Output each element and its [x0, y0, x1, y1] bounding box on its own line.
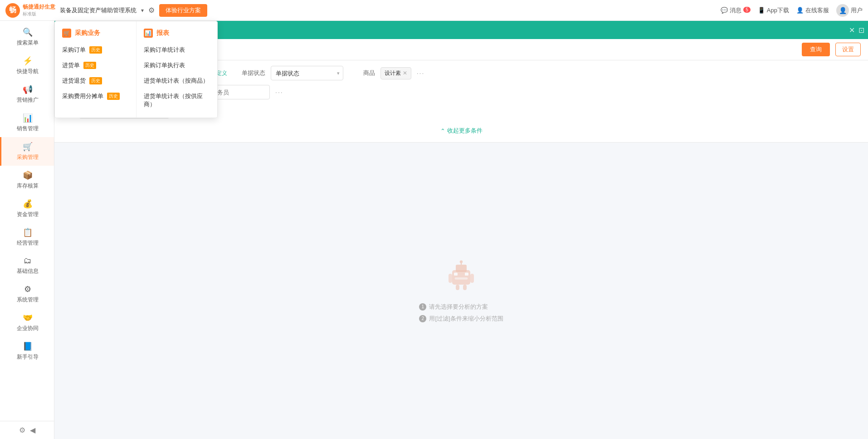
dropdown-item-purchase-return[interactable]: 进货退货 历史 [59, 73, 132, 89]
dropdown-item-purchase-order[interactable]: 采购订单 历史 [59, 42, 132, 58]
collapse-label: 收起更多条件 [447, 127, 483, 135]
tip-text-2: 用[过滤]条件来缩小分析范围 [429, 313, 503, 325]
order-status-wrapper: 单据状态 [271, 66, 343, 80]
sidebar-item-marketing[interactable]: 📢 营销推广 [0, 80, 54, 109]
purchase-cost-label: 采购费用分摊单 [62, 92, 103, 100]
industry-button[interactable]: 体验行业方案 [159, 4, 207, 17]
money-icon: 💰 [23, 199, 33, 209]
order-status-select[interactable]: 单据状态 [271, 66, 343, 80]
tab-restore-button[interactable]: ⊡ [858, 26, 864, 35]
online-service-action[interactable]: 👤 在线客服 [796, 6, 829, 15]
sidebar-item-basic[interactable]: 🗂 基础信息 [0, 252, 54, 280]
sidebar-label-search: 搜索菜单 [17, 39, 39, 47]
order-exec-label: 采购订单执行表 [144, 61, 185, 69]
content-area: 1 请先选择要分析的方案 2 用[过滤]条件来缩小分析范围 [54, 143, 868, 439]
svg-rect-8 [470, 274, 474, 283]
system-dropdown-button[interactable]: ▾ [141, 7, 144, 14]
top-header: 畅 畅捷通好生意 标准版 装备及固定资产辅助管理系统 ▾ ⚙ 体验行业方案 💬 … [0, 0, 868, 21]
sidebar-item-purchase[interactable]: 🛒 采购管理 [0, 137, 54, 166]
dropdown-report-header: 📊 报表 [140, 27, 214, 42]
app-download-label: App下载 [767, 6, 789, 15]
sidebar-item-quick-nav[interactable]: ⚡ 快捷导航 [0, 51, 54, 80]
receipt-stats-supplier-label: 进货单统计表（按供应商） [144, 92, 210, 109]
svg-rect-7 [449, 274, 452, 283]
sidebar-item-sales[interactable]: 📊 销售管理 [0, 109, 54, 137]
header-center: 装备及固定资产辅助管理系统 ▾ ⚙ 体验行业方案 [60, 4, 721, 17]
sidebar-item-operation[interactable]: 📋 经营管理 [0, 223, 54, 252]
sidebar-label-system: 系统管理 [17, 296, 39, 304]
empty-tip-1: 1 请先选择要分析的方案 [419, 301, 503, 313]
sidebar-label-enterprise: 企业协同 [17, 325, 39, 332]
purchase-return-history: 历史 [89, 77, 102, 84]
dropdown-item-purchase-receipt[interactable]: 进货单 历史 [59, 58, 132, 73]
sidebar-item-inventory[interactable]: 📦 库存核算 [0, 166, 54, 194]
purchase-receipt-history: 历史 [83, 62, 96, 69]
settings-button[interactable]: 设置 [835, 43, 861, 56]
sidebar-label-sales: 销售管理 [17, 125, 39, 133]
collapse-button[interactable]: ⌃ 收起更多条件 [62, 123, 861, 137]
dropdown-item-order-exec[interactable]: 采购订单执行表 [140, 58, 214, 73]
order-status-label: 单据状态 [242, 69, 265, 77]
logo-name: 畅捷通好生意 [23, 4, 55, 11]
sidebar-collapse-button[interactable]: ◀ [30, 426, 35, 434]
purchase-col-icon: 🛒 [62, 29, 71, 38]
phone-icon: 📱 [758, 7, 765, 14]
salesperson-dots[interactable]: ··· [275, 89, 283, 96]
message-action[interactable]: 💬 消息 5 [721, 6, 751, 15]
logo-area: 畅 畅捷通好生意 标准版 [5, 3, 60, 18]
dropdown-purchase-header: 🛒 采购业务 [59, 27, 132, 42]
sidebar-settings-button[interactable]: ⚙ [19, 426, 25, 434]
book-icon: 📘 [23, 341, 33, 351]
purchase-order-label: 采购订单 [62, 46, 86, 54]
sidebar-label-operation: 经营管理 [17, 239, 39, 247]
goods-tag-remove[interactable]: ✕ [403, 70, 407, 76]
chevron-up-icon: ⌃ [440, 128, 445, 134]
sidebar-label-quick: 快捷导航 [17, 68, 39, 75]
svg-rect-10 [463, 285, 467, 290]
goods-tag[interactable]: 设计素 ✕ [380, 67, 411, 79]
svg-rect-9 [456, 285, 459, 290]
dropdown-item-receipt-stats-goods[interactable]: 进货单统计表（按商品） [140, 73, 214, 89]
dropdown-item-purchase-cost[interactable]: 采购费用分摊单 历史 [59, 89, 132, 104]
message-badge: 5 [743, 7, 751, 13]
empty-state: 1 请先选择要分析的方案 2 用[过滤]条件来缩小分析范围 [419, 257, 503, 325]
purchase-dropdown-menu: 🛒 采购业务 采购订单 历史 进货单 历史 进货退货 历史 采购费用分摊单 历史… [54, 21, 218, 118]
message-label: 消息 [730, 6, 741, 15]
tab-close-window-button[interactable]: ✕ [849, 26, 855, 35]
sidebar-label-inventory: 库存核算 [17, 182, 39, 190]
svg-rect-4 [454, 272, 458, 275]
purchase-receipt-label: 进货单 [62, 61, 80, 69]
query-button[interactable]: 查询 [802, 43, 830, 56]
sidebar-label-guide: 新手引导 [17, 353, 39, 361]
dropdown-item-receipt-stats-supplier[interactable]: 进货单统计表（按供应商） [140, 89, 214, 112]
header-right: 💬 消息 5 📱 App下载 👤 在线客服 👤 用户 [721, 4, 863, 17]
sidebar-label-purchase: 采购管理 [17, 153, 39, 161]
user-action[interactable]: 👤 用户 [836, 4, 863, 17]
sidebar-label-marketing: 营销推广 [17, 96, 39, 104]
clipboard-icon: 📋 [23, 227, 33, 237]
folder-icon: 🗂 [24, 256, 32, 266]
settings-icon-button[interactable]: ⚙ [148, 6, 155, 15]
user-avatar: 👤 [836, 4, 849, 17]
purchase-order-history: 历史 [89, 46, 102, 54]
sidebar-item-system[interactable]: ⚙ 系统管理 [0, 280, 54, 308]
receipt-stats-goods-label: 进货单统计表（按商品） [144, 77, 209, 85]
gear-icon: ⚙ [24, 284, 31, 294]
sidebar-item-enterprise[interactable]: 🤝 企业协同 [0, 308, 54, 337]
tip-num-1: 1 [419, 303, 426, 311]
service-icon: 👤 [796, 7, 804, 14]
app-download-action[interactable]: 📱 App下载 [758, 6, 789, 15]
online-service-label: 在线客服 [805, 6, 829, 15]
sidebar-item-search[interactable]: 🔍 搜索菜单 [0, 23, 54, 51]
dropdown-purchase-title: 采购业务 [75, 29, 100, 37]
sidebar-item-guide[interactable]: 📘 新手引导 [0, 337, 54, 365]
tip-num-2: 2 [419, 315, 426, 322]
dropdown-item-order-stats[interactable]: 采购订单统计表 [140, 42, 214, 58]
sidebar-item-finance[interactable]: 💰 资金管理 [0, 194, 54, 223]
goods-dots[interactable]: ··· [417, 69, 425, 77]
empty-state-icon [443, 257, 479, 294]
lightning-icon: ⚡ [23, 56, 33, 66]
user-label: 用户 [851, 6, 863, 15]
svg-rect-6 [455, 277, 468, 280]
dropdown-col-purchase: 🛒 采购业务 采购订单 历史 进货单 历史 进货退货 历史 采购费用分摊单 历史 [55, 21, 137, 118]
